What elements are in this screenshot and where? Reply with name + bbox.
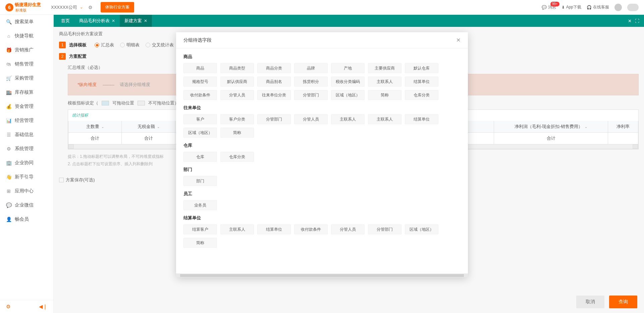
field-item[interactable]: 仓库分类 (220, 152, 254, 162)
field-item[interactable]: 分管部门 (257, 114, 291, 124)
field-item[interactable]: 分管人员 (331, 224, 365, 234)
modal-h-scrollbar[interactable] (176, 273, 468, 277)
group-items-4: 业务员 (183, 200, 461, 210)
group-title-4: 员工 (183, 191, 461, 197)
field-item[interactable]: 分管部门 (368, 224, 401, 234)
group-title-0: 商品 (183, 54, 461, 60)
modal-overlay: 分组待选字段 ✕ 商品商品商品类型商品分类品牌产地主要供应商默认仓库规格型号默认… (0, 0, 644, 313)
field-item[interactable]: 简称 (368, 90, 401, 100)
field-modal: 分组待选字段 ✕ 商品商品商品类型商品分类品牌产地主要供应商默认仓库规格型号默认… (176, 32, 468, 277)
group-items-0: 商品商品类型商品分类品牌产地主要供应商默认仓库规格型号默认供应商商品别名拣货积分… (183, 63, 461, 100)
field-item[interactable]: 产地 (331, 63, 365, 73)
field-item[interactable]: 仓库 (183, 152, 217, 162)
field-item[interactable]: 拣货积分 (294, 77, 328, 87)
field-item[interactable]: 收付款条件 (183, 90, 217, 100)
field-item[interactable]: 税收分类编码 (331, 77, 365, 87)
field-item[interactable]: 简称 (220, 128, 254, 138)
group-title-1: 往来单位 (183, 105, 461, 111)
field-item[interactable]: 分管人员 (294, 114, 328, 124)
group-items-1: 客户客户分类分管部门分管人员主联系人主联系人结算单位区域（地区）简称 (183, 114, 461, 138)
group-items-5: 结算客户主联系人结算单位收付款条件分管人员分管部门区域（地区）简称 (183, 224, 461, 248)
group-title-2: 仓库 (183, 142, 461, 148)
field-item[interactable]: 分管部门 (294, 90, 328, 100)
field-item[interactable]: 商品 (183, 63, 217, 73)
field-item[interactable]: 主要供应商 (368, 63, 401, 73)
field-item[interactable]: 结算单位 (405, 114, 438, 124)
field-item[interactable]: 结算客户 (183, 224, 217, 234)
field-item[interactable]: 区域（地区） (183, 128, 217, 138)
group-items-2: 仓库仓库分类 (183, 152, 461, 162)
field-item[interactable]: 主联系人 (220, 224, 254, 234)
field-item[interactable]: 客户 (183, 114, 217, 124)
group-items-3: 部门 (183, 176, 461, 186)
field-item[interactable]: 默认仓库 (405, 63, 438, 73)
field-item[interactable]: 品牌 (294, 63, 328, 73)
field-item[interactable]: 商品别名 (257, 77, 291, 87)
field-item[interactable]: 仓库分类 (405, 90, 438, 100)
field-item[interactable]: 商品类型 (220, 63, 254, 73)
field-item[interactable]: 结算单位 (405, 77, 438, 87)
field-item[interactable]: 往来单位分类 (257, 90, 291, 100)
field-item[interactable]: 商品分类 (257, 63, 291, 73)
field-item[interactable]: 规格型号 (183, 77, 217, 87)
close-icon[interactable]: ✕ (456, 37, 461, 43)
field-item[interactable]: 结算单位 (257, 224, 291, 234)
field-item[interactable]: 分管人员 (220, 90, 254, 100)
field-item[interactable]: 收付款条件 (294, 224, 328, 234)
group-title-5: 结算单位 (183, 215, 461, 221)
field-item[interactable]: 主联系人 (368, 114, 401, 124)
group-title-3: 部门 (183, 167, 461, 173)
field-item[interactable]: 部门 (183, 176, 217, 186)
field-item[interactable]: 主联系人 (368, 77, 401, 87)
field-item[interactable]: 简称 (183, 238, 217, 248)
field-item[interactable]: 区域（地区） (405, 224, 438, 234)
field-item[interactable]: 业务员 (183, 200, 217, 210)
modal-body: 商品商品商品类型商品分类品牌产地主要供应商默认仓库规格型号默认供应商商品别名拣货… (176, 48, 468, 273)
field-item[interactable]: 区域（地区） (331, 90, 365, 100)
modal-title: 分组待选字段 (183, 37, 212, 43)
field-item[interactable]: 主联系人 (331, 114, 365, 124)
field-item[interactable]: 客户分类 (220, 114, 254, 124)
field-item[interactable]: 默认供应商 (220, 77, 254, 87)
